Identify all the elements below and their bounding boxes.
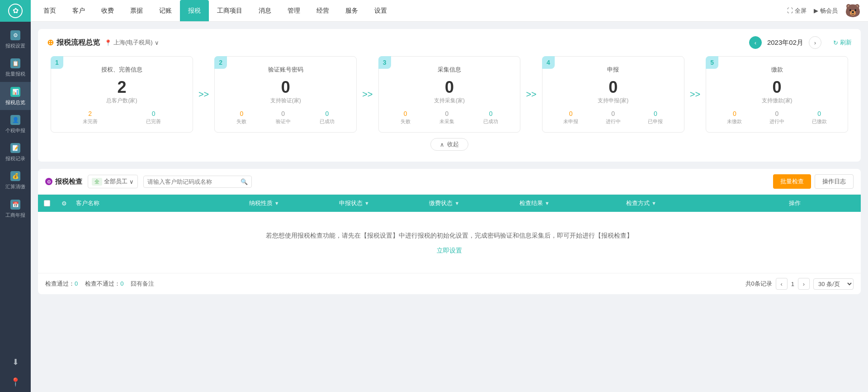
forward-arrow-2-icon: >> <box>362 89 373 100</box>
location-icon: 📍 <box>104 39 112 46</box>
step-5-stat-0-label: 未缴款 <box>727 118 742 125</box>
nav-operation[interactable]: 经营 <box>308 0 337 21</box>
filter-4-icon[interactable]: ▼ <box>545 201 550 206</box>
operation-log-button[interactable]: 操作日志 <box>815 174 854 189</box>
table-scroll[interactable]: 若您想使用报税检查功能，请先在【报税设置】中进行报税的初始化设置，完成密码验证和… <box>38 212 861 273</box>
fail-count: 检查不通过：0 <box>85 280 123 288</box>
th-gear[interactable]: ⚙ <box>56 195 72 212</box>
page-next-button[interactable]: › <box>798 278 810 290</box>
step-3-stats: 0 失败 0 未采集 0 已成功 <box>386 110 513 125</box>
step-1-stat-1-label: 已完善 <box>146 118 161 125</box>
search-input[interactable] <box>147 178 238 185</box>
step-4-title: 申报 <box>550 66 677 74</box>
search-box: 🔍 <box>143 176 252 188</box>
fullscreen-button[interactable]: ⛶ 全屏 <box>787 7 807 15</box>
step-1-card: 1 授权、完善信息 2 总客户数(家) 2 未完善 0 已完善 <box>51 56 193 133</box>
filter-1-icon[interactable]: ▼ <box>274 201 279 206</box>
step-1-stat-1[interactable]: 0 已完善 <box>146 110 161 125</box>
section-title-dot: ⊙ <box>45 178 52 185</box>
page-first-button[interactable]: ‹ <box>776 278 788 290</box>
step-1-sub: 总客户数(家) <box>58 97 185 105</box>
content-area: ⊕ 报税流程总览 📍 上海(电子税局) ∨ ‹ 2023年02月 › ↻ 刷新 <box>31 22 868 392</box>
annual-report-icon: 📅 <box>10 199 21 210</box>
overview-card: ⊕ 报税流程总览 📍 上海(电子税局) ∨ ‹ 2023年02月 › ↻ 刷新 <box>38 29 861 162</box>
step-2-stat-2[interactable]: 0 已成功 <box>320 110 335 125</box>
step-4-stat-2[interactable]: 0 已申报 <box>648 110 663 125</box>
pass-count-link[interactable]: 0 <box>75 280 78 287</box>
th-checkbox[interactable] <box>38 195 56 212</box>
step-2-stat-1-label: 验证中 <box>276 118 291 125</box>
sidebar-item-annual-report[interactable]: 📅 工商年报 <box>0 195 31 223</box>
date-prev-button[interactable]: ‹ <box>749 36 762 49</box>
step-3-number: 3 <box>378 56 391 69</box>
tax-check-section: ⊙ 报税检查 全 全部员工 ∨ 🔍 批量检查 操作日志 <box>38 169 861 294</box>
sidebar-item-download[interactable]: ⬇ <box>0 352 31 372</box>
arrow-2: >> <box>360 56 374 133</box>
header-checkbox[interactable] <box>44 200 50 206</box>
nav-service[interactable]: 服务 <box>337 0 366 21</box>
tax-check-table: ⚙ 客户名称 纳税性质 ▼ 申报状态 ▼ 缴费状态 ▼ <box>38 195 861 273</box>
filter-2-icon[interactable]: ▼ <box>364 201 369 206</box>
step-2-stat-1[interactable]: 0 验证中 <box>276 110 291 125</box>
step-2-stat-0[interactable]: 0 失败 <box>236 110 246 125</box>
date-next-button[interactable]: › <box>809 36 821 49</box>
sidebar-item-location[interactable]: 📍 <box>0 372 31 392</box>
nav-customer[interactable]: 客户 <box>64 0 93 21</box>
step-5-stat-2[interactable]: 0 已缴款 <box>812 110 827 125</box>
step-4-count: 0 <box>550 77 677 97</box>
search-icon[interactable]: 🔍 <box>241 178 248 185</box>
refresh-button[interactable]: ↻ 刷新 <box>833 38 852 47</box>
location-selector[interactable]: 📍 上海(电子税局) ∨ <box>104 38 159 47</box>
footer-note: 囧有备注 <box>131 280 154 288</box>
nav-fee[interactable]: 收费 <box>93 0 122 21</box>
nav-bookkeeping[interactable]: 记账 <box>151 0 180 21</box>
arrow-1: >> <box>197 56 211 133</box>
sidebar-item-personal-tax[interactable]: 👤 个税申报 <box>0 110 31 138</box>
personal-tax-icon: 👤 <box>10 115 21 125</box>
step-2-stat-0-num: 0 <box>240 110 244 117</box>
step-5-stat-0[interactable]: 0 未缴款 <box>727 110 742 125</box>
step-5-number: 5 <box>706 56 718 69</box>
check-section-title: ⊙ 报税检查 <box>45 177 82 186</box>
nav-business[interactable]: 工商项目 <box>209 0 250 21</box>
step-3-stat-0[interactable]: 0 失败 <box>401 110 410 125</box>
sidebar-label-tax-overview: 报税总览 <box>5 99 25 105</box>
vip-button[interactable]: ▶ 畅会员 <box>814 7 838 15</box>
sidebar-item-tax-records[interactable]: 📝 报税记录 <box>0 138 31 166</box>
sidebar-item-tax-settings[interactable]: ⚙ 报税设置 <box>0 25 31 53</box>
nav-tax[interactable]: 报税 <box>180 0 209 21</box>
nav-message[interactable]: 消息 <box>250 0 279 21</box>
th-check-method: 检查方式 ▼ <box>623 195 729 212</box>
sidebar-item-batch-tax[interactable]: 📋 批量报税 <box>0 53 31 81</box>
step-1-stat-0-num: 2 <box>88 110 92 117</box>
forward-arrow-3-icon: >> <box>526 89 536 100</box>
step-3-stat-1[interactable]: 0 未采集 <box>439 110 454 125</box>
filter-5-icon[interactable]: ▼ <box>651 201 656 206</box>
nav-settings[interactable]: 设置 <box>366 0 395 21</box>
batch-check-button[interactable]: 批量检查 <box>773 174 811 189</box>
step-3-stat-2[interactable]: 0 已成功 <box>483 110 498 125</box>
avatar[interactable]: 🐻 <box>845 3 861 18</box>
employee-filter[interactable]: 全 全部员工 ∨ <box>88 175 138 188</box>
nav-manage[interactable]: 管理 <box>279 0 308 21</box>
sidebar-item-settlement[interactable]: 💰 汇算清缴 <box>0 166 31 194</box>
th-declare-status: 申报状态 ▼ <box>335 195 425 212</box>
nav-home[interactable]: 首页 <box>35 0 64 21</box>
fail-count-link[interactable]: 0 <box>120 280 123 287</box>
step-1-stat-0[interactable]: 2 未完善 <box>83 110 98 125</box>
step-2-card: 2 验证账号密码 0 支持验证(家) 0 失败 0 验证中 <box>214 56 357 133</box>
empty-message: 若您想使用报税检查功能，请先在【报税设置】中进行报税的初始化设置，完成密码验证和… <box>47 230 852 241</box>
sidebar-item-tax-overview[interactable]: 📊 报税总览 <box>0 82 31 110</box>
step-5-stat-1[interactable]: 0 进行中 <box>769 110 784 125</box>
step-4-card: 4 申报 0 支持申报(家) 0 未申报 0 进行中 <box>542 56 684 133</box>
setup-link[interactable]: 立即设置 <box>437 247 462 254</box>
nav-invoice[interactable]: 票据 <box>122 0 151 21</box>
page-size-select[interactable]: 30 条/页 50 条/页 100 条/页 <box>813 278 854 290</box>
step-4-stat-1[interactable]: 0 进行中 <box>606 110 621 125</box>
logo[interactable] <box>0 0 31 22</box>
step-1-title: 授权、完善信息 <box>58 66 185 74</box>
step-4-number: 4 <box>542 56 555 69</box>
step-4-stat-0[interactable]: 0 未申报 <box>563 110 578 125</box>
filter-3-icon[interactable]: ▼ <box>454 201 459 206</box>
collapse-button[interactable]: ∧ 收起 <box>430 138 468 151</box>
